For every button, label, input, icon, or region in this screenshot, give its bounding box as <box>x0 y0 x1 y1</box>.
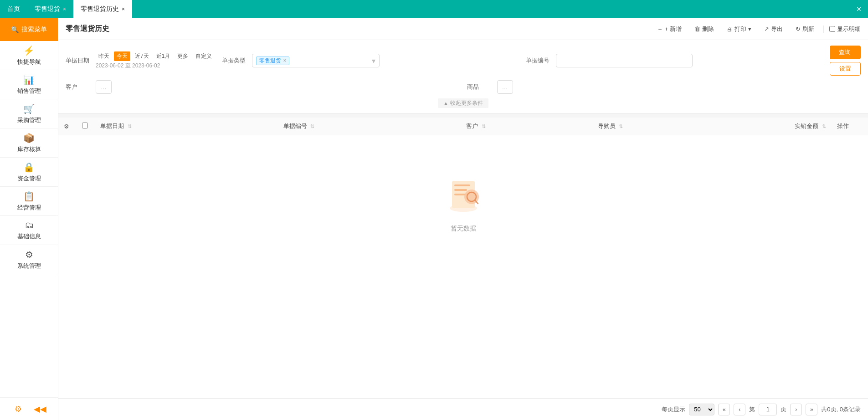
top-bar: 首页零售退货×零售退货历史× × <box>0 0 868 18</box>
doc-type-tag-close[interactable]: × <box>283 57 286 64</box>
prev-page-button[interactable]: ‹ <box>734 404 745 415</box>
th-amount[interactable]: 实销金额 ⇅ <box>750 118 832 135</box>
sidebar-icon-quick-nav: ⚡ <box>23 45 35 56</box>
th-settings[interactable]: ⚙ <box>58 118 77 135</box>
sidebar-item-system-mgmt[interactable]: ⚙ 系统管理 <box>0 245 58 274</box>
sidebar-icon-operations: 📋 <box>23 191 35 202</box>
page-text: 第 <box>749 405 755 414</box>
setting-button[interactable]: 设置 <box>830 62 861 76</box>
collapse-button[interactable]: ▲ 收起更多条件 <box>438 98 489 108</box>
page-number-input[interactable] <box>759 404 777 415</box>
doc-type-select[interactable]: 零售退货 × ▾ <box>252 54 380 67</box>
sidebar-item-sales-mgmt[interactable]: 📊 销售管理 <box>0 70 58 99</box>
doc-type-filter-item: 单据类型 零售退货 × ▾ <box>222 54 519 67</box>
sidebar-item-purchase-mgmt[interactable]: 🛒 采购管理 <box>0 99 58 128</box>
th-checkbox[interactable] <box>77 118 95 135</box>
customer-filter-item: 客户 … <box>66 80 460 94</box>
header-actions: ＋ + 新增 🗑 删除 🖨 打印 ▾ ↗ 导出 ↻ <box>653 23 861 35</box>
show-detail-checkbox[interactable]: 显示明细 <box>829 25 861 33</box>
table-header-row: ⚙ 单据日期 ⇅ 单据编号 ⇅ 客户 ⇅ 导购员 ⇅ 实销金额 ⇅ 操作 <box>58 118 868 135</box>
sidebar-icon-sales-mgmt: 📊 <box>23 74 35 85</box>
date-filter-item: 单据日期 昨天 今天 近7天 近1月 更多 自定义 2023-06-02 至 2… <box>66 51 215 70</box>
sidebar: 🔍 搜索菜单 ⚡ 快捷导航📊 销售管理🛒 采购管理📦 库存核算🔒 资金管理📋 经… <box>0 18 58 420</box>
print-button[interactable]: 🖨 打印 ▾ <box>723 23 755 35</box>
window-close-button[interactable]: × <box>850 0 868 18</box>
date-label: 单据日期 <box>66 56 93 65</box>
search-icon: 🔍 <box>11 26 19 33</box>
audio-footer-button[interactable]: ◀◀ <box>33 402 47 416</box>
sidebar-label-purchase-mgmt: 采购管理 <box>17 116 41 124</box>
new-button[interactable]: ＋ + 新增 <box>653 23 685 35</box>
th-guide[interactable]: 导购员 ⇅ <box>592 118 750 135</box>
th-doc-number[interactable]: 单据编号 ⇅ <box>278 118 461 135</box>
sidebar-item-operations[interactable]: 📋 经营管理 <box>0 187 58 216</box>
customer-label: 客户 <box>66 83 93 91</box>
delete-icon: 🗑 <box>694 26 700 32</box>
settings-footer-button[interactable]: ⚙ <box>11 402 26 416</box>
date-buttons: 昨天 今天 近7天 近1月 更多 自定义 <box>96 51 215 61</box>
empty-label: 暂无数据 <box>451 225 476 233</box>
doc-type-label: 单据类型 <box>222 56 249 65</box>
customer-ellipsis-btn[interactable]: … <box>96 80 112 94</box>
tab-close-retail-return-history[interactable]: × <box>122 6 125 12</box>
tab-retail-return[interactable]: 零售退货× <box>27 0 73 18</box>
date-today-btn[interactable]: 今天 <box>114 51 130 61</box>
sidebar-label-sales-mgmt: 销售管理 <box>17 87 41 95</box>
page-header: 零售退货历史 ＋ + 新增 🗑 删除 🖨 打印 ▾ ↗ 导出 <box>58 18 868 40</box>
export-button[interactable]: ↗ 导出 <box>760 23 786 35</box>
select-all-checkbox[interactable] <box>82 123 88 128</box>
sidebar-search[interactable]: 🔍 搜索菜单 <box>0 18 58 41</box>
next-page-button[interactable]: › <box>790 404 802 415</box>
sidebar-label-system-mgmt: 系统管理 <box>17 262 41 270</box>
refresh-button[interactable]: ↻ 刷新 <box>792 23 818 35</box>
date-yesterday-btn[interactable]: 昨天 <box>96 51 112 61</box>
date-7days-btn[interactable]: 近7天 <box>132 51 152 61</box>
doc-number-filter-item: 单据编号 <box>526 54 822 67</box>
filter-row-1: 单据日期 昨天 今天 近7天 近1月 更多 自定义 2023-06-02 至 2… <box>66 46 861 76</box>
page-size-label: 每页显示 <box>662 405 685 414</box>
sidebar-search-label: 搜索菜单 <box>21 26 47 34</box>
goods-ellipsis-btn[interactable]: … <box>497 80 513 94</box>
sidebar-icon-finance: 🔒 <box>23 162 35 173</box>
sidebar-footer: ⚙ ◀◀ <box>0 397 58 420</box>
goods-filter-item: 商品 … <box>467 80 861 94</box>
refresh-icon: ↻ <box>796 26 801 32</box>
content-area: 零售退货历史 ＋ + 新增 🗑 删除 🖨 打印 ▾ ↗ 导出 <box>58 18 868 420</box>
sidebar-item-inventory[interactable]: 📦 库存核算 <box>0 128 58 158</box>
sidebar-icon-purchase-mgmt: 🛒 <box>23 103 35 114</box>
th-doc-date[interactable]: 单据日期 ⇅ <box>95 118 278 135</box>
main-layout: 🔍 搜索菜单 ⚡ 快捷导航📊 销售管理🛒 采购管理📦 库存核算🔒 资金管理📋 经… <box>0 18 868 420</box>
empty-state: 暂无数据 <box>58 135 868 269</box>
date-more-btn[interactable]: 更多 <box>175 51 191 61</box>
delete-button[interactable]: 🗑 删除 <box>691 23 718 35</box>
doc-number-label: 单据编号 <box>526 56 553 65</box>
divider <box>823 26 824 33</box>
data-table: ⚙ 单据日期 ⇅ 单据编号 ⇅ 客户 ⇅ 导购员 ⇅ 实销金额 ⇅ 操作 <box>58 118 868 135</box>
show-detail-input[interactable] <box>829 26 835 32</box>
sidebar-icon-base-info: 🗂 <box>25 220 34 230</box>
first-page-button[interactable]: « <box>718 404 730 415</box>
doc-type-dropdown-icon: ▾ <box>372 56 375 65</box>
sidebar-item-quick-nav[interactable]: ⚡ 快捷导航 <box>0 41 58 70</box>
query-button[interactable]: 查询 <box>830 46 861 59</box>
sidebar-item-finance[interactable]: 🔒 资金管理 <box>0 158 58 187</box>
new-icon: ＋ <box>657 25 663 33</box>
sidebar-icon-inventory: 📦 <box>23 133 35 143</box>
th-customer[interactable]: 客户 ⇅ <box>461 118 592 135</box>
sidebar-label-finance: 资金管理 <box>17 174 41 183</box>
tab-home[interactable]: 首页 <box>0 0 27 18</box>
doc-number-input[interactable] <box>556 54 693 67</box>
sidebar-icon-system-mgmt: ⚙ <box>25 249 33 260</box>
sidebar-item-base-info[interactable]: 🗂 基础信息 <box>0 216 58 245</box>
sidebar-label-quick-nav: 快捷导航 <box>17 58 41 66</box>
print-dropdown-icon: ▾ <box>748 26 751 32</box>
page-size-select[interactable]: 50 10 20 100 <box>689 404 714 415</box>
doc-type-tag[interactable]: 零售退货 × <box>256 56 289 65</box>
date-1month-btn[interactable]: 近1月 <box>154 51 173 61</box>
last-page-button[interactable]: » <box>806 404 817 415</box>
page-title: 零售退货历史 <box>66 24 653 34</box>
collapse-bar: ▲ 收起更多条件 <box>66 98 861 108</box>
tab-retail-return-history[interactable]: 零售退货历史× <box>73 0 132 18</box>
date-custom-btn[interactable]: 自定义 <box>193 51 215 61</box>
tab-close-retail-return[interactable]: × <box>63 6 66 12</box>
